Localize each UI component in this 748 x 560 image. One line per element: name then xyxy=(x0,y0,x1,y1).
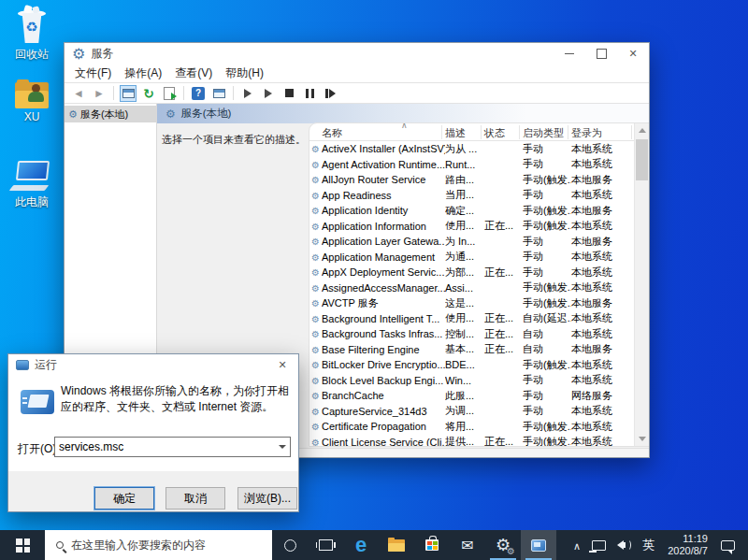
column-header-description[interactable]: 描述 xyxy=(445,126,466,140)
service-startup-type: 手动 xyxy=(523,404,571,418)
menu-item[interactable]: 查看(V) xyxy=(168,64,219,83)
combo-dropdown-icon[interactable] xyxy=(274,438,290,456)
language-indicator[interactable]: 英 xyxy=(637,530,660,560)
service-logon-as: 本地系统 xyxy=(571,250,633,264)
service-gear-icon xyxy=(309,297,322,309)
service-startup-type: 手动 xyxy=(523,188,571,202)
store-button[interactable] xyxy=(414,530,450,560)
column-header-status[interactable]: 状态 xyxy=(484,126,505,140)
service-rows: ActiveX Installer (AxInstSV) 为从 ... 手动 本… xyxy=(309,141,634,446)
volume-button[interactable] xyxy=(611,530,637,560)
notification-center-button[interactable] xyxy=(715,530,741,560)
service-gear-icon xyxy=(309,390,322,401)
forward-icon[interactable] xyxy=(91,85,108,102)
services-titlebar[interactable]: 服务 xyxy=(65,43,649,65)
service-logon-as: 本地系统 xyxy=(571,435,633,446)
cortana-button[interactable] xyxy=(272,530,308,560)
service-name: Block Level Backup Engi... xyxy=(322,375,445,386)
network-button[interactable] xyxy=(586,530,611,560)
file-explorer-button[interactable] xyxy=(379,530,414,560)
minimize-button[interactable] xyxy=(554,43,585,65)
service-row[interactable]: Block Level Backup Engi... Win... 手动 本地系… xyxy=(309,373,634,389)
edge-icon xyxy=(355,535,367,555)
service-name: Base Filtering Engine xyxy=(322,344,445,355)
service-row[interactable]: Background Intelligent T... 使用... 正在... … xyxy=(309,311,634,327)
services-taskbar-button[interactable] xyxy=(485,530,521,560)
service-row[interactable]: ActiveX Installer (AxInstSV) 为从 ... 手动 本… xyxy=(309,141,634,157)
service-row[interactable]: CaptureService_314d3 为调... 手动 本地系统 xyxy=(309,404,634,420)
edge-button[interactable] xyxy=(343,530,379,560)
desktop-icon-label: XU xyxy=(2,110,62,123)
desktop-icon-user-folder[interactable]: XU xyxy=(2,80,62,123)
menu-item[interactable]: 帮助(H) xyxy=(219,64,270,83)
search-input[interactable] xyxy=(71,538,249,552)
browse-button[interactable]: 浏览(B)... xyxy=(237,487,297,510)
help-icon[interactable] xyxy=(190,85,207,102)
service-row[interactable]: Base Filtering Engine 基本... 正在... 自动 本地服… xyxy=(309,342,634,358)
menu-item[interactable]: 操作(A) xyxy=(118,64,168,83)
show-window-icon[interactable] xyxy=(120,85,137,102)
column-header-name[interactable]: 名称 xyxy=(322,126,342,140)
desktop-icon-this-pc[interactable]: 此电脑 xyxy=(2,161,62,210)
service-row[interactable]: App Readiness 当用... 手动 本地系统 xyxy=(309,188,634,204)
hidden-icons-button[interactable] xyxy=(568,530,586,560)
ok-button[interactable]: 确定 xyxy=(94,487,154,510)
scrollbar-thumb[interactable] xyxy=(636,139,648,180)
open-input[interactable] xyxy=(55,438,274,456)
service-startup-type: 手动(触发... xyxy=(523,358,571,372)
service-row[interactable]: AppX Deployment Servic... 为部... 正在... 手动… xyxy=(309,265,634,280)
back-icon[interactable] xyxy=(70,85,87,102)
maximize-button[interactable] xyxy=(585,43,617,65)
cancel-button[interactable]: 取消 xyxy=(165,487,225,510)
export-list-icon[interactable] xyxy=(161,85,178,102)
resume-service-icon[interactable] xyxy=(260,85,277,102)
service-gear-icon xyxy=(309,190,322,201)
service-row[interactable]: AssignedAccessManager... Assi... 手动(触发..… xyxy=(309,280,634,296)
run-close-button[interactable] xyxy=(266,354,298,376)
start-button[interactable] xyxy=(0,530,45,560)
service-row[interactable]: Application Identity 确定... 手动(触发... 本地服务 xyxy=(309,203,634,219)
desktop-icon-recycle-bin[interactable]: 回收站 xyxy=(2,7,62,63)
service-startup-type: 手动 xyxy=(523,250,571,264)
service-row[interactable]: Application Management 为通... 手动 本地系统 xyxy=(309,250,634,266)
service-row[interactable]: Agent Activation Runtime... Runt... 手动 本… xyxy=(309,157,634,173)
mmc-taskbar-button[interactable] xyxy=(521,530,556,560)
toolbar xyxy=(65,83,649,104)
service-description: Runt... xyxy=(445,159,484,170)
start-service-icon[interactable] xyxy=(239,85,256,102)
service-startup-type: 自动 xyxy=(523,342,571,356)
column-header-startup-type[interactable]: 启动类型 xyxy=(523,126,564,140)
mail-button[interactable] xyxy=(450,530,485,560)
service-row[interactable]: Certificate Propagation 将用... 手动(触发... 本… xyxy=(309,419,634,435)
service-name: Application Information xyxy=(322,221,445,232)
service-row[interactable]: Client License Service (Cli... 提供... 正在.… xyxy=(309,435,634,447)
refresh-icon[interactable] xyxy=(140,85,157,102)
clock[interactable]: 11:19 2020/8/7 xyxy=(660,530,715,560)
tree-item-label: 服务(本地) xyxy=(80,108,128,122)
service-row[interactable]: Application Information 使用... 正在... 手动(触… xyxy=(309,219,634,235)
service-row[interactable]: BranchCache 此服... 手动 网络服务 xyxy=(309,388,634,404)
pause-service-icon[interactable] xyxy=(301,85,318,102)
vertical-scrollbar[interactable] xyxy=(634,123,649,446)
service-row[interactable]: AVCTP 服务 这是... 手动(触发... 本地服务 xyxy=(309,295,634,311)
stop-service-icon[interactable] xyxy=(280,85,297,102)
service-name: BranchCache xyxy=(322,390,445,401)
service-row[interactable]: BitLocker Drive Encryptio... BDE... 手动(触… xyxy=(309,357,634,373)
service-row[interactable]: Background Tasks Infras... 控制... 正在... 自… xyxy=(309,326,634,342)
services-gear-icon xyxy=(496,537,511,554)
tree-item-services-local[interactable]: 服务(本地) xyxy=(65,106,156,122)
close-button[interactable] xyxy=(617,43,649,65)
column-header-logon-as[interactable]: 登录为 xyxy=(571,126,602,140)
scroll-up-icon[interactable] xyxy=(635,123,649,137)
scroll-down-icon[interactable] xyxy=(635,432,649,446)
service-startup-type: 手动(触发... xyxy=(523,219,571,233)
task-view-button[interactable] xyxy=(308,530,343,560)
service-row[interactable]: Application Layer Gatewa... 为 In... 手动 本… xyxy=(309,234,634,250)
service-row[interactable]: AllJoyn Router Service 路由... 手动(触发... 本地… xyxy=(309,172,634,188)
taskbar-search[interactable] xyxy=(45,530,272,560)
restart-service-icon[interactable] xyxy=(322,85,338,102)
run-titlebar[interactable]: 运行 xyxy=(8,354,298,375)
open-combobox[interactable] xyxy=(54,437,291,457)
menu-item[interactable]: 文件(F) xyxy=(68,64,118,83)
console-tree-icon[interactable] xyxy=(210,85,227,102)
